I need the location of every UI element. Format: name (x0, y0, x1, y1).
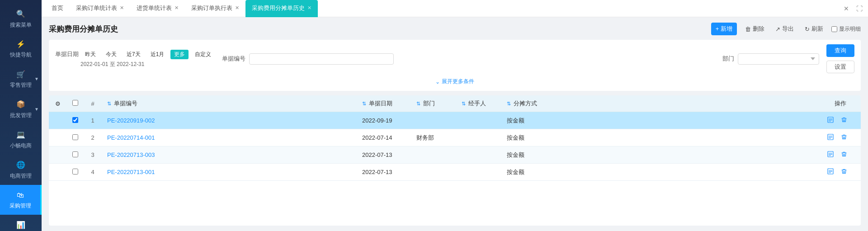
maximize-button[interactable]: ⛶ (854, 4, 864, 13)
date-7days-button[interactable]: 近7天 (123, 50, 144, 59)
dept-col-header[interactable]: ⇅ 部门 (411, 95, 456, 112)
split-col-header[interactable]: ⇅ 分摊方式 (501, 95, 820, 112)
data-table: ⚙ # ⇅ 单据编号 ⇅ 单据日期 (49, 95, 861, 181)
row-split-cell: 按金额 (501, 146, 820, 164)
row-edit-button[interactable] (826, 116, 835, 125)
tab-purchase-cost-split[interactable]: 采购费用分摊单历史 ✕ (245, 0, 318, 17)
table-row: 1 PE-20220919-002 2022-09-19 按金额 (49, 112, 861, 129)
row-date-cell: 2022-07-13 (357, 146, 411, 164)
sidebar-item-ecommerce-small[interactable]: 💻 小畅电商 (0, 124, 42, 155)
doc-no-link[interactable]: PE-20220713-001 (107, 169, 155, 175)
filter-settings-button[interactable]: 设置 (826, 61, 854, 73)
export-button[interactable]: ↗ 导出 (773, 23, 797, 35)
checkbox-col-header[interactable] (67, 95, 84, 112)
date-range-text: 2022-01-01 至 2022-12-31 (80, 61, 144, 67)
table-row: 2 PE-20220714-001 2022-07-14 财务部 按金额 (49, 129, 861, 146)
row-checkbox-cell[interactable] (67, 129, 84, 146)
row-action-cell (820, 129, 861, 146)
filter-dates: 昨天 今天 近7天 近1月 更多 自定义 (81, 50, 215, 59)
delete-icon: 🗑 (745, 26, 751, 33)
doc-no-col-header[interactable]: ⇅ 单据编号 (102, 95, 357, 112)
expand-button[interactable]: ⌄ 展开更多条件 (432, 77, 478, 86)
chevron-down-icon: ▼ (34, 106, 39, 113)
row-split-cell: 按金额 (501, 164, 820, 181)
tab-purchase-order-exec[interactable]: 采购订单执行表 ✕ (185, 0, 245, 17)
close-icon[interactable]: ✕ (175, 5, 179, 11)
tab-actions: ✕ ⛶ (842, 4, 864, 13)
row-delete-button[interactable] (839, 150, 849, 160)
show-cols-label[interactable]: 显示明细 (831, 25, 861, 33)
date-yesterday-button[interactable]: 昨天 (81, 50, 99, 59)
action-col-header: 操作 (820, 95, 861, 112)
sidebar-item-wholesale[interactable]: 📦 批发管理 ▼ (0, 94, 42, 124)
row-checkbox-cell[interactable] (67, 146, 84, 164)
add-button[interactable]: + 新增 (711, 23, 737, 35)
tab-purchase-order-stats[interactable]: 采购订单统计表 ✕ (70, 0, 130, 17)
row-delete-button[interactable] (839, 116, 849, 125)
row-settings-cell (49, 146, 67, 164)
doc-no-label: 单据编号 (222, 55, 245, 63)
tab-home[interactable]: 首页 (45, 0, 70, 17)
sort-icon: ⇅ (362, 101, 366, 106)
doc-no-input[interactable] (249, 53, 394, 65)
row-dept-cell (411, 146, 456, 164)
show-cols-checkbox[interactable] (831, 26, 837, 32)
close-icon[interactable]: ✕ (235, 5, 239, 11)
row-checkbox-cell[interactable] (67, 164, 84, 181)
sidebar-item-inventory[interactable]: 📊 库存核算 (0, 215, 42, 231)
tab-home-label: 首页 (52, 4, 63, 12)
table-row: 4 PE-20220713-001 2022-07-13 按金额 (49, 164, 861, 181)
table-header-row: ⚙ # ⇅ 单据编号 ⇅ 单据日期 (49, 95, 861, 112)
tab-stock-stats[interactable]: 进货单统计表 ✕ (130, 0, 185, 17)
row-dept-cell (411, 112, 456, 129)
row-doc-no-cell: PE-20220713-003 (102, 146, 357, 164)
tab-purchase-order-exec-label: 采购订单执行表 (191, 4, 232, 12)
row-edit-button[interactable] (826, 167, 835, 177)
sidebar-item-shortcut[interactable]: ⚡ 快捷导航 (0, 34, 42, 64)
row-dept-cell: 财务部 (411, 129, 456, 146)
doc-no-link[interactable]: PE-20220919-002 (107, 117, 155, 124)
row-checkbox[interactable] (72, 169, 78, 174)
row-settings-cell (49, 164, 67, 181)
handler-col-header[interactable]: ⇅ 经手人 (456, 95, 501, 112)
close-icon[interactable]: ✕ (120, 5, 124, 11)
doc-no-link[interactable]: PE-20220713-003 (107, 151, 155, 158)
row-edit-button[interactable] (826, 133, 835, 142)
row-dept-cell (411, 164, 456, 181)
delete-button[interactable]: 🗑 删除 (742, 23, 767, 35)
row-checkbox[interactable] (72, 134, 78, 140)
sidebar-item-ecommerce[interactable]: 🌐 电商管理 (0, 155, 42, 185)
date-1month-button[interactable]: 近1月 (147, 50, 168, 59)
row-checkbox[interactable] (72, 151, 78, 157)
sidebar-item-retail[interactable]: 🛒 零售管理 ▼ (0, 64, 42, 94)
date-more-button[interactable]: 更多 (170, 50, 189, 59)
query-button[interactable]: 查询 (826, 44, 854, 57)
row-date-cell: 2022-07-13 (357, 164, 411, 181)
date-custom-button[interactable]: 自定义 (191, 50, 215, 59)
export-icon: ↗ (775, 26, 780, 33)
sidebar-item-purchase[interactable]: 🛍 采购管理 (0, 185, 42, 215)
close-icon[interactable]: ✕ (307, 5, 311, 11)
doc-no-link[interactable]: PE-20220714-001 (107, 134, 155, 141)
row-action-cell (820, 112, 861, 129)
dept-select[interactable] (738, 53, 819, 65)
row-handler-cell (456, 146, 501, 164)
row-edit-button[interactable] (826, 150, 835, 160)
date-col-header[interactable]: ⇅ 单据日期 (357, 95, 411, 112)
select-all-checkbox[interactable] (72, 100, 78, 106)
row-delete-button[interactable] (839, 133, 849, 142)
sidebar-item-label: 快捷导航 (10, 52, 32, 58)
close-window-button[interactable]: ✕ (842, 4, 851, 13)
sidebar-item-search[interactable]: 🔍 搜索菜单 (0, 4, 42, 34)
refresh-button[interactable]: ↻ 刷新 (802, 23, 826, 35)
chevron-down-icon: ▼ (34, 75, 39, 83)
dept-filter-group: 部门 (722, 53, 819, 65)
settings-col-header[interactable]: ⚙ (49, 95, 67, 112)
row-doc-no-cell: PE-20220919-002 (102, 112, 357, 129)
row-delete-button[interactable] (839, 167, 849, 177)
search-icon: 🔍 (2, 8, 40, 20)
row-checkbox[interactable] (72, 117, 78, 123)
row-checkbox-cell[interactable] (67, 112, 84, 129)
date-today-button[interactable]: 今天 (102, 50, 120, 59)
tab-purchase-order-stats-label: 采购订单统计表 (76, 4, 117, 12)
